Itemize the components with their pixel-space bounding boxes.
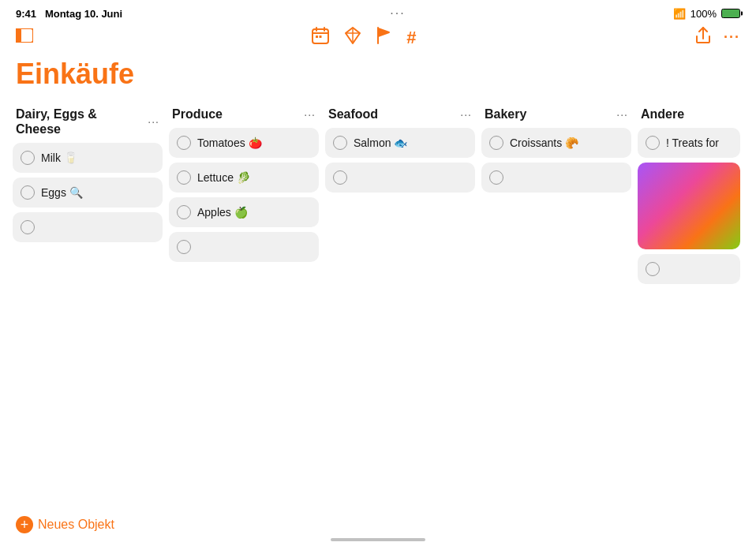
column-title-seafood: Seafood bbox=[328, 107, 378, 122]
column-title-andere: Andere bbox=[641, 107, 684, 122]
sidebar-toggle-icon[interactable] bbox=[16, 28, 33, 47]
app-frame: 9:41 Montag 10. Juni ··· 📶 100% bbox=[0, 0, 756, 546]
column-produce: Produce ··· Tomatoes 🍅 Lettuce 🥬 Apples … bbox=[169, 103, 319, 289]
status-date: Montag 10. Juni bbox=[45, 8, 122, 20]
column-menu-bakery[interactable]: ··· bbox=[616, 108, 628, 121]
list-item: Milk 🥛 bbox=[13, 143, 163, 173]
item-label: ! Treats for bbox=[666, 136, 732, 149]
item-checkbox[interactable] bbox=[646, 262, 660, 276]
add-label: Neues Objekt bbox=[38, 518, 114, 532]
status-dots: ··· bbox=[390, 6, 405, 21]
item-label: Apples 🍏 bbox=[197, 206, 311, 219]
column-menu-produce[interactable]: ··· bbox=[304, 108, 316, 121]
toolbar: # ··· bbox=[0, 24, 756, 54]
list-item: Salmon 🐟 bbox=[325, 128, 475, 158]
column-seafood: Seafood ··· Salmon 🐟 bbox=[325, 103, 475, 289]
list-item-empty[interactable] bbox=[13, 212, 163, 242]
add-button[interactable]: + Neues Objekt bbox=[16, 516, 114, 533]
column-title-dairy: Dairy, Eggs &Cheese bbox=[16, 107, 97, 136]
status-bar: 9:41 Montag 10. Juni ··· 📶 100% bbox=[0, 0, 756, 24]
item-label: Milk 🥛 bbox=[41, 151, 155, 164]
item-checkbox[interactable] bbox=[177, 205, 191, 219]
item-label: Tomatoes 🍅 bbox=[197, 136, 311, 149]
item-checkbox[interactable] bbox=[489, 170, 503, 185]
wifi-icon: 📶 bbox=[673, 8, 686, 20]
list-item-empty[interactable] bbox=[325, 163, 475, 193]
hash-icon[interactable]: # bbox=[406, 28, 416, 48]
share-icon[interactable] bbox=[695, 27, 711, 48]
column-menu-seafood[interactable]: ··· bbox=[460, 108, 472, 121]
column-header-produce: Produce ··· bbox=[169, 103, 319, 128]
image-gradient bbox=[638, 163, 740, 249]
home-indicator bbox=[331, 538, 425, 541]
column-header-andere: Andere bbox=[638, 103, 740, 128]
list-item: Croissants 🥐 bbox=[481, 128, 631, 158]
status-time-date: 9:41 Montag 10. Juni bbox=[16, 8, 122, 20]
location-icon[interactable] bbox=[345, 27, 361, 48]
column-title-produce: Produce bbox=[172, 107, 223, 122]
item-checkbox[interactable] bbox=[177, 136, 191, 150]
item-checkbox[interactable] bbox=[21, 185, 35, 200]
list-item: Apples 🍏 bbox=[169, 197, 319, 227]
svg-rect-1 bbox=[16, 28, 21, 43]
column-header-bakery: Bakery ··· bbox=[481, 103, 631, 128]
status-right: 📶 100% bbox=[673, 8, 740, 20]
calendar-icon[interactable] bbox=[312, 27, 329, 48]
page-title: Einkäufe bbox=[0, 54, 756, 103]
svg-rect-6 bbox=[316, 36, 318, 38]
item-label: Croissants 🥐 bbox=[510, 136, 623, 149]
item-label: Salmon 🐟 bbox=[354, 136, 467, 149]
list-item-empty[interactable] bbox=[481, 163, 631, 193]
status-time: 9:41 bbox=[16, 8, 36, 20]
more-icon[interactable]: ··· bbox=[724, 29, 740, 46]
item-checkbox[interactable] bbox=[21, 151, 35, 165]
item-checkbox[interactable] bbox=[333, 170, 347, 185]
list-item: Eggs 🔍 bbox=[13, 178, 163, 208]
list-item: Tomatoes 🍅 bbox=[169, 128, 319, 158]
add-icon: + bbox=[16, 516, 33, 533]
list-item: ! Treats for bbox=[638, 128, 740, 158]
column-menu-dairy[interactable]: ··· bbox=[148, 115, 159, 128]
battery-icon bbox=[721, 9, 740, 18]
andere-image bbox=[638, 163, 740, 249]
item-checkbox[interactable] bbox=[646, 136, 660, 150]
toolbar-center: # bbox=[312, 27, 416, 48]
flag-icon[interactable] bbox=[376, 27, 391, 48]
item-checkbox[interactable] bbox=[333, 136, 347, 150]
item-checkbox[interactable] bbox=[21, 220, 35, 234]
column-title-bakery: Bakery bbox=[485, 107, 526, 122]
item-label: Eggs 🔍 bbox=[41, 186, 155, 199]
column-andere: Andere ! Treats for bbox=[638, 103, 740, 289]
column-header-dairy: Dairy, Eggs &Cheese ··· bbox=[13, 103, 163, 143]
bottom-bar: + Neues Objekt bbox=[0, 516, 756, 533]
list-item-empty[interactable] bbox=[638, 254, 740, 284]
list-item-empty[interactable] bbox=[169, 232, 319, 262]
battery-percent: 100% bbox=[691, 8, 717, 20]
columns-container: Dairy, Eggs &Cheese ··· Milk 🥛 Eggs 🔍 Pr… bbox=[0, 103, 756, 289]
toolbar-right: ··· bbox=[695, 27, 740, 48]
item-checkbox[interactable] bbox=[177, 170, 191, 185]
list-item: Lettuce 🥬 bbox=[169, 163, 319, 193]
item-label: Lettuce 🥬 bbox=[197, 171, 311, 184]
toolbar-left bbox=[16, 28, 33, 47]
svg-rect-7 bbox=[320, 36, 322, 38]
item-checkbox[interactable] bbox=[177, 240, 191, 254]
column-bakery: Bakery ··· Croissants 🥐 bbox=[481, 103, 631, 289]
column-dairy: Dairy, Eggs &Cheese ··· Milk 🥛 Eggs 🔍 bbox=[13, 103, 163, 289]
item-checkbox[interactable] bbox=[489, 136, 503, 150]
column-header-seafood: Seafood ··· bbox=[325, 103, 475, 128]
